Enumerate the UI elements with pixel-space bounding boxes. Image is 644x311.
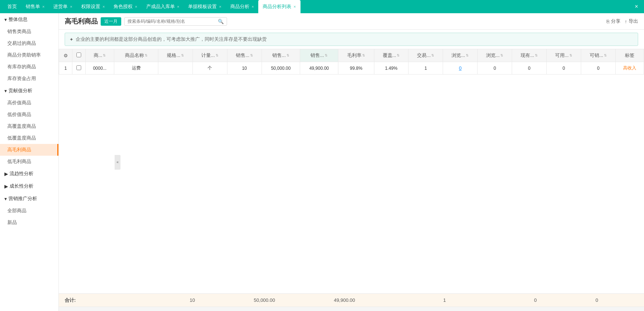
chevron-down-icon-3: ▾: [4, 196, 7, 202]
export-icon: ↑: [625, 19, 627, 24]
th-gross-rate[interactable]: 毛利率⇅: [338, 49, 374, 62]
sidebar-item-traded-goods[interactable]: 交易过的商品: [0, 37, 58, 49]
th-code[interactable]: 商...⇅: [86, 49, 114, 62]
nav-role[interactable]: 角色授权 ×: [109, 0, 141, 13]
footer-values: 10 50,000.00 49,900.00 1 0 0: [190, 297, 598, 303]
sidebar-item-new-goods[interactable]: 新品: [0, 217, 58, 228]
close-analysis-tab[interactable]: ×: [252, 4, 254, 9]
th-setting[interactable]: ⚙: [59, 49, 72, 62]
sort-icon-code: ⇅: [103, 54, 106, 57]
sidebar-item-stocked-goods[interactable]: 有库存的商品: [0, 61, 58, 73]
th-sales-qty[interactable]: 销售...⇅: [227, 49, 262, 62]
sidebar-group-overall[interactable]: ▾ 整体信息: [0, 13, 58, 26]
cell-sales-amount: 50,000.00: [262, 62, 300, 75]
search-input[interactable]: [127, 19, 216, 24]
export-btn[interactable]: ↑ 导出: [625, 18, 638, 25]
cell-spec: [158, 62, 193, 75]
th-browse-rate[interactable]: 浏览...⇅: [478, 49, 512, 62]
cell-code: 0000...: [86, 62, 114, 75]
nav-permission[interactable]: 权限设置 ×: [77, 0, 109, 13]
close-sales-tab[interactable]: ×: [42, 4, 44, 9]
footer-sales-qty: 10: [190, 297, 195, 303]
nav-purchase[interactable]: 进货单 ×: [49, 0, 76, 13]
close-template-tab[interactable]: ×: [219, 4, 221, 9]
nav-home[interactable]: 首页: [3, 0, 21, 13]
search-icon[interactable]: 🔍: [218, 19, 224, 24]
close-purchase-tab[interactable]: ×: [70, 4, 72, 9]
sort-icon-coverage: ⇅: [397, 54, 400, 57]
sidebar-item-high-coverage[interactable]: 高覆盖度商品: [0, 120, 58, 132]
sort-icon-available-stock: ⇅: [569, 54, 572, 57]
th-transactions[interactable]: 交易...⇅: [409, 49, 443, 62]
close-all-tabs[interactable]: ×: [632, 2, 641, 11]
sort-icon-unit: ⇅: [216, 54, 219, 57]
cell-name: 运费: [114, 62, 158, 75]
chevron-right-icon: ▶: [4, 171, 8, 177]
nav-product-in[interactable]: 产成品入库单 ×: [142, 0, 184, 13]
th-unit[interactable]: 计量...⇅: [193, 49, 227, 62]
table-container: ⚙ 商...⇅ 商品名称⇅ 规: [59, 49, 644, 293]
nav-analysis-list[interactable]: 商品分析列表 ×: [258, 0, 300, 13]
sidebar-item-low-value[interactable]: 低价值商品: [0, 109, 58, 120]
sidebar-item-sales-goods[interactable]: 销售类商品: [0, 26, 58, 37]
table-footer: 合计: 10 50,000.00 49,900.00 1 0 0: [59, 293, 644, 307]
filter-recent-month-btn[interactable]: 近一月: [101, 17, 121, 26]
horizontal-scrollbar[interactable]: [59, 307, 644, 311]
close-analysis-list-tab[interactable]: ×: [294, 4, 296, 9]
close-role-tab[interactable]: ×: [135, 4, 137, 9]
sidebar-item-high-value[interactable]: 高价值商品: [0, 97, 58, 109]
sidebar-item-all-goods[interactable]: 全部商品: [0, 205, 58, 217]
th-checkbox[interactable]: [72, 49, 86, 62]
search-box: 🔍: [124, 17, 227, 26]
cell-coverage: 1.49%: [374, 62, 409, 75]
nav-analysis[interactable]: 商品分析 ×: [226, 0, 258, 13]
top-nav: 首页 销售单 × 进货单 × 权限设置 × 角色授权 × 产成品入库单 × 单据…: [0, 0, 644, 13]
th-sales-profit[interactable]: 销售...⇅: [300, 49, 338, 62]
th-current-stock[interactable]: 现有...⇅: [512, 49, 547, 62]
row-checkbox[interactable]: [76, 65, 81, 70]
share-icon: ⎘: [607, 19, 609, 24]
th-browse-count[interactable]: 浏览...⇅: [443, 49, 478, 62]
sort-icon-sales-amount: ⇅: [287, 54, 289, 57]
nav-sales[interactable]: 销售单 ×: [21, 0, 49, 13]
footer-label: 合计:: [65, 297, 76, 304]
sidebar-item-stock-capital[interactable]: 库存资金占用: [0, 73, 58, 84]
sidebar-group-contribution[interactable]: ▾ 贡献值分析: [0, 84, 58, 97]
table-header-row: ⚙ 商...⇅ 商品名称⇅ 规: [59, 49, 644, 62]
th-name[interactable]: 商品名称⇅: [114, 49, 158, 62]
footer-available-stock: 0: [596, 297, 598, 303]
th-sales-amount[interactable]: 销售...⇅: [262, 49, 300, 62]
nav-template[interactable]: 单据模板设置 ×: [184, 0, 226, 13]
table-row: 1 0000... 运费 个 10 50,000.00 49,900.00 99…: [59, 62, 644, 75]
sort-icon-salable-stock: ⇅: [604, 54, 607, 57]
cell-sales-qty: 10: [227, 62, 262, 75]
close-product-in-tab[interactable]: ×: [177, 4, 179, 9]
cell-checkbox[interactable]: [72, 62, 86, 75]
th-available-stock[interactable]: 可用...⇅: [547, 49, 581, 62]
th-coverage[interactable]: 覆盖...⇅: [374, 49, 409, 62]
select-all-checkbox[interactable]: [76, 53, 81, 57]
content-header: 高毛利商品 近一月 🔍 ⎘ 分享 ↑ 导出: [59, 13, 644, 30]
info-banner: ✦ 企业的主要的利润都是这部分商品创造的，可考虑加大推广，同时关注库存是不要出现…: [65, 33, 638, 46]
page-title: 高毛利商品: [65, 17, 98, 26]
th-spec[interactable]: 规格...⇅: [158, 49, 193, 62]
sidebar-group-growth[interactable]: ▶ 成长性分析: [0, 180, 58, 192]
data-table: ⚙ 商...⇅ 商品名称⇅ 规: [59, 49, 644, 75]
sidebar-item-low-coverage[interactable]: 低覆盖度商品: [0, 132, 58, 144]
cell-unit: 个: [193, 62, 227, 75]
cell-browse-count[interactable]: 0: [443, 62, 478, 75]
th-salable-stock[interactable]: 可销...⇅: [581, 49, 616, 62]
collapse-sidebar-btn[interactable]: «: [115, 155, 120, 170]
sidebar-group-marketing[interactable]: ▾ 营销推广分析: [0, 192, 58, 205]
chevron-down-icon-2: ▾: [4, 88, 7, 94]
sidebar-item-high-margin[interactable]: 高毛利商品: [0, 144, 58, 156]
sidebar-group-trend[interactable]: ▶ 流趋性分析: [0, 167, 58, 180]
close-permission-tab[interactable]: ×: [102, 4, 105, 9]
setting-icon[interactable]: ⚙: [64, 53, 68, 58]
sidebar-item-low-margin[interactable]: 低毛利商品: [0, 156, 58, 167]
cell-gross-rate: 99.8%: [338, 62, 374, 75]
cell-tag: 高收入: [615, 62, 644, 75]
sidebar-item-category-rate[interactable]: 商品分类助销率: [0, 49, 58, 61]
share-btn[interactable]: ⎘ 分享: [607, 18, 620, 25]
th-tag[interactable]: 标签: [615, 49, 644, 62]
